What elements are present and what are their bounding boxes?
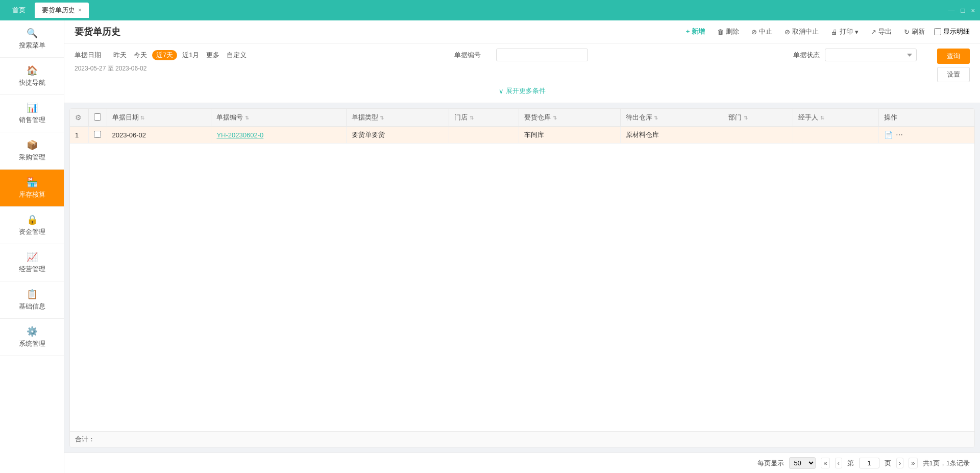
tab-active[interactable]: 要货单历史 × — [35, 3, 89, 18]
new-button-label: + 新增 — [686, 27, 705, 36]
sort-date-icon[interactable]: ⇅ — [140, 115, 144, 121]
prev-page-btn[interactable]: ‹ — [835, 458, 842, 468]
sort-doctype-icon[interactable]: ⇅ — [380, 115, 384, 121]
shortcut-yesterday[interactable]: 昨天 — [111, 50, 129, 60]
th-date: 单据日期 ⇅ — [107, 109, 211, 127]
cell-actions: 📄 ⋯ — [879, 127, 974, 144]
chart-icon: 📊 — [27, 102, 38, 113]
toolbar: + 新增 🗑 删除 ⊘ 中止 ⊘ 取消中止 🖨 打印 ▾ — [683, 26, 970, 37]
lock-icon: 🔒 — [27, 214, 38, 225]
sum-label: 合计： — [75, 435, 95, 443]
sort-dept-icon[interactable]: ⇅ — [744, 115, 748, 121]
th-handler-label: 经手人 — [798, 113, 818, 121]
stop-button[interactable]: ⊘ 中止 — [748, 26, 775, 37]
last-page-btn[interactable]: » — [909, 458, 917, 468]
row-checkbox[interactable] — [94, 131, 101, 138]
pagination-bar: 每页显示 50 100 « ‹ 第 页 › » 共1页，1条记录 — [64, 453, 980, 473]
cell-dept — [723, 127, 793, 144]
sort-reqwarehouse-icon[interactable]: ⇅ — [553, 115, 557, 121]
row-more-btn[interactable]: ⋯ — [896, 131, 903, 139]
th-reqwarehouse: 要货仓库 ⇅ — [519, 109, 620, 127]
status-filter-label: 单据状态 — [793, 51, 820, 60]
cell-docno[interactable]: YH-20230602-0 — [211, 127, 346, 144]
refresh-button[interactable]: ↻ 刷新 — [901, 26, 928, 37]
per-page-select[interactable]: 50 100 — [789, 457, 816, 469]
print-button[interactable]: 🖨 打印 ▾ — [828, 26, 862, 37]
delete-icon: 🗑 — [717, 28, 724, 36]
th-reqwarehouse-label: 要货仓库 — [524, 113, 551, 121]
gear-icon: ⚙️ — [27, 326, 38, 337]
sidebar-item-finance[interactable]: 🔒 资金管理 — [0, 207, 64, 244]
select-all-checkbox[interactable] — [94, 113, 101, 121]
sidebar-item-basic[interactable]: 📋 基础信息 — [0, 281, 64, 319]
settings-button[interactable]: 设置 — [937, 67, 970, 82]
date-range-display: 2023-05-27 至 2023-06-02 — [75, 64, 146, 73]
date-filter-label: 单据日期 — [75, 51, 101, 60]
sidebar-label-system: 系统管理 — [19, 339, 45, 348]
window-close-btn[interactable]: × — [971, 7, 975, 14]
sidebar-item-system[interactable]: ⚙️ 系统管理 — [0, 319, 64, 356]
tab-home[interactable]: 首页 — [5, 3, 33, 18]
sidebar-item-purchase[interactable]: 📦 采购管理 — [0, 132, 64, 170]
sidebar: 🔍 搜索菜单 🏠 快捷导航 📊 销售管理 📦 采购管理 🏪 库存核算 🔒 资金管… — [0, 20, 64, 473]
page-input[interactable] — [859, 458, 879, 468]
document-icon: 📋 — [27, 289, 38, 300]
display-detail-input[interactable] — [934, 28, 941, 35]
cancel-stop-button[interactable]: ⊘ 取消中止 — [781, 26, 822, 37]
sidebar-item-operation[interactable]: 📈 经营管理 — [0, 244, 64, 281]
next-page-btn[interactable]: › — [896, 458, 903, 468]
delete-button[interactable]: 🗑 删除 — [714, 26, 742, 37]
shortcut-custom[interactable]: 自定义 — [225, 50, 249, 60]
th-gear[interactable]: ⚙ — [70, 109, 88, 127]
status-filter-select[interactable] — [825, 49, 917, 61]
sidebar-item-sales[interactable]: 📊 销售管理 — [0, 95, 64, 132]
chevron-down-icon: ∨ — [499, 87, 504, 95]
cell-handler — [793, 127, 879, 144]
window-minimize-btn[interactable]: — — [948, 7, 955, 14]
sort-docno-icon[interactable]: ⇅ — [245, 115, 249, 121]
sort-waitwarehouse-icon[interactable]: ⇅ — [654, 115, 658, 121]
print-dropdown-icon: ▾ — [855, 28, 859, 36]
th-docno-label: 单据编号 — [216, 113, 243, 121]
sort-handler-icon[interactable]: ⇅ — [820, 115, 824, 121]
date-shortcuts: 昨天 今天 近7天 近1月 更多 自定义 — [111, 50, 249, 60]
expand-more-btn[interactable]: ∨ 展开更多条件 — [499, 84, 546, 98]
page-title: 要货单历史 — [75, 26, 120, 38]
filter-section: 单据日期 昨天 今天 近7天 近1月 更多 自定义 单据编号 — [64, 43, 980, 103]
gear-settings-icon[interactable]: ⚙ — [75, 113, 82, 122]
shortcut-today[interactable]: 今天 — [132, 50, 149, 60]
shortcut-1month[interactable]: 近1月 — [180, 50, 201, 60]
sidebar-label-operation: 经营管理 — [19, 265, 45, 274]
cell-checkbox[interactable] — [88, 127, 107, 144]
sidebar-item-search[interactable]: 🔍 搜索菜单 — [0, 20, 64, 58]
new-button[interactable]: + 新增 — [683, 26, 708, 37]
table-footer: 合计： — [70, 431, 974, 447]
docno-link[interactable]: YH-20230602-0 — [216, 131, 263, 139]
cell-waitwarehouse: 原材料仓库 — [620, 127, 723, 144]
th-store-label: 门店 — [454, 113, 468, 121]
query-button[interactable]: 查询 — [937, 49, 970, 64]
table-header-row: ⚙ 单据日期 ⇅ 单据编号 ⇅ — [70, 109, 974, 127]
docno-filter-input[interactable] — [496, 49, 588, 61]
export-button[interactable]: ↗ 导出 — [868, 26, 895, 37]
page-label-after: 页 — [885, 459, 891, 468]
window-restore-btn[interactable]: □ — [961, 7, 965, 14]
th-dept-label: 部门 — [728, 113, 742, 121]
cell-no: 1 — [70, 127, 88, 144]
tab-close-icon[interactable]: × — [78, 7, 82, 14]
sidebar-item-inventory[interactable]: 🏪 库存核算 — [0, 170, 64, 207]
cell-store — [449, 127, 519, 144]
row-edit-btn[interactable]: 📄 — [884, 131, 893, 139]
content-area: 要货单历史 + 新增 🗑 删除 ⊘ 中止 ⊘ 取消中止 🖨 — [64, 20, 980, 473]
search-icon: 🔍 — [27, 28, 38, 39]
sort-store-icon[interactable]: ⇅ — [470, 115, 474, 121]
shortcut-7days[interactable]: 近7天 — [152, 50, 177, 60]
sidebar-item-quick-nav[interactable]: 🏠 快捷导航 — [0, 58, 64, 95]
th-handler: 经手人 ⇅ — [793, 109, 879, 127]
shortcut-more[interactable]: 更多 — [204, 50, 222, 60]
refresh-icon: ↻ — [904, 28, 910, 36]
store-icon: 🏪 — [27, 177, 38, 188]
first-page-btn[interactable]: « — [821, 458, 829, 468]
display-detail-checkbox[interactable]: 显示明细 — [934, 27, 970, 36]
tab-active-label: 要货单历史 — [42, 6, 75, 15]
